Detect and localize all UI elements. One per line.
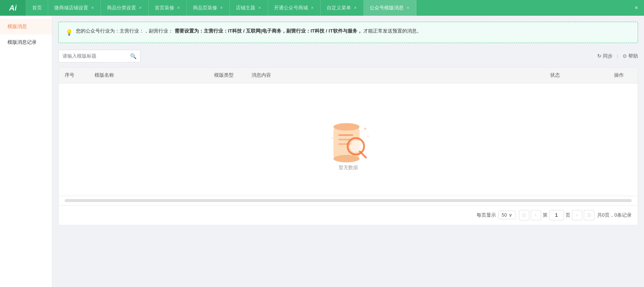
page-label-after: 页 xyxy=(566,212,570,219)
tab-custom-menu-close[interactable]: × xyxy=(353,5,357,10)
tab-home-decor-label: 首页装修 xyxy=(155,4,174,11)
help-icon: ⊙ xyxy=(623,53,627,59)
svg-point-11 xyxy=(367,135,369,137)
page-controls: ⟨⟨ ‹ 第 页 › ⟩⟩ xyxy=(519,210,594,220)
svg-point-12 xyxy=(332,137,333,139)
per-page-label: 每页显示 xyxy=(477,212,496,219)
notice-text: 您的公众号行业为：主营行业：，副营行业： 需要设置为：主营行业：IT科技 / 互… xyxy=(76,27,422,35)
empty-text: 暂无数据 xyxy=(339,164,358,171)
tab-home-label: 首页 xyxy=(32,4,42,11)
search-input[interactable] xyxy=(62,53,130,59)
page-last-button[interactable]: ⟩⟩ xyxy=(584,210,594,220)
tab-template-message[interactable]: 公众号模版消息 × xyxy=(364,0,416,16)
toolbar: 🔍 ↻ 同步 | ⊙ 帮助 xyxy=(58,50,638,62)
tab-open-wechat-shop[interactable]: 开通公众号商城 × xyxy=(268,0,321,16)
scroll-track[interactable] xyxy=(65,199,632,202)
page-label-before: 第 xyxy=(543,212,548,219)
tab-open-wechat-shop-close[interactable]: × xyxy=(310,5,314,10)
th-type: 模版类型 xyxy=(208,67,246,83)
page-next-button[interactable]: › xyxy=(572,210,582,220)
table-header: 序号 模版名称 模版类型 消息内容 状态 操作 xyxy=(59,67,638,83)
tab-product-page-decor[interactable]: 商品页装修 × xyxy=(187,0,230,16)
svg-point-9 xyxy=(350,140,362,152)
per-page-value: 50 xyxy=(502,212,507,218)
tab-product-category-label: 商品分类设置 xyxy=(107,4,136,11)
th-status: 状态 xyxy=(544,67,600,83)
chevron-down-icon: ∨ xyxy=(509,212,512,218)
sync-icon: ↻ xyxy=(597,53,601,59)
svg-rect-4 xyxy=(338,134,353,136)
help-label: 帮助 xyxy=(628,53,638,59)
sidebar-item-template-message-record-label: 模版消息记录 xyxy=(7,39,37,45)
tab-home-decor[interactable]: 首页装修 × xyxy=(149,0,187,16)
sidebar-item-template-message-record[interactable]: 模版消息记录 xyxy=(0,34,52,50)
empty-state: 暂无数据 xyxy=(59,83,638,196)
page-number-input[interactable] xyxy=(549,210,564,220)
notice-text-before: 您的公众号行业为：主营行业：，副营行业： xyxy=(76,28,173,34)
global-close-button[interactable]: × xyxy=(629,4,644,11)
search-icon[interactable]: 🔍 xyxy=(130,53,136,59)
notice-box: 💡 您的公众号行业为：主营行业：，副营行业： 需要设置为：主营行业：IT科技 /… xyxy=(58,22,638,43)
tab-product-category-close[interactable]: × xyxy=(138,5,142,10)
tab-micro-shop-close[interactable]: × xyxy=(90,5,95,10)
per-page-select: 每页显示 50 ∨ xyxy=(477,211,515,219)
notice-highlight: 需要设置为：主营行业：IT科技 / 互联网|电子商务，副营行业：IT科技 / I… xyxy=(175,28,362,34)
search-box[interactable]: 🔍 xyxy=(58,50,141,62)
tab-home-decor-close[interactable]: × xyxy=(176,5,181,10)
svg-point-3 xyxy=(333,155,360,162)
th-name: 模版名称 xyxy=(89,67,208,83)
page-first-button[interactable]: ⟨⟨ xyxy=(519,210,529,220)
svg-rect-5 xyxy=(338,139,350,140)
data-table: 序号 模版名称 模版类型 消息内容 状态 操作 xyxy=(58,67,638,225)
th-action: 操作 xyxy=(600,67,638,83)
main-layout: 模版消息 模版消息记录 💡 您的公众号行业为：主营行业：，副营行业： 需要设置为… xyxy=(0,16,644,287)
sidebar-item-template-message-label: 模版消息 xyxy=(7,24,27,29)
tab-template-message-close[interactable]: × xyxy=(406,5,410,10)
svg-point-2 xyxy=(333,123,360,131)
sync-button[interactable]: ↻ 同步 xyxy=(597,53,613,59)
toolbar-right: ↻ 同步 | ⊙ 帮助 xyxy=(597,53,638,59)
tab-open-wechat-shop-label: 开通公众号商城 xyxy=(274,4,308,11)
svg-point-10 xyxy=(364,128,366,130)
notice-icon: 💡 xyxy=(65,28,73,37)
tab-shop-theme-close[interactable]: × xyxy=(258,5,262,10)
sync-label: 同步 xyxy=(603,53,613,59)
notice-text-after: 才能正常发送预置的消息。 xyxy=(363,28,422,34)
tab-custom-menu[interactable]: 自定义菜单 × xyxy=(321,0,364,16)
tab-micro-shop[interactable]: 微商城店铺设置 × xyxy=(48,0,101,16)
svg-rect-6 xyxy=(338,143,352,145)
app-logo: Ai xyxy=(0,0,26,16)
sidebar: 模版消息 模版消息记录 xyxy=(0,16,52,287)
tab-product-category[interactable]: 商品分类设置 × xyxy=(101,0,149,16)
th-seq: 序号 xyxy=(59,67,89,83)
toolbar-divider: | xyxy=(617,53,618,59)
per-page-dropdown[interactable]: 50 ∨ xyxy=(498,211,515,219)
help-button[interactable]: ⊙ 帮助 xyxy=(623,53,638,59)
tab-product-page-decor-label: 商品页装修 xyxy=(193,4,217,11)
tab-shop-theme-label: 店铺主题 xyxy=(236,4,255,11)
th-content: 消息内容 xyxy=(246,67,544,83)
pagination: 每页显示 50 ∨ ⟨⟨ ‹ 第 页 › ⟩⟩ 共0页，0条记录 xyxy=(59,205,638,225)
tab-micro-shop-label: 微商城店铺设置 xyxy=(54,4,88,11)
page-summary: 共0页，0条记录 xyxy=(597,212,632,219)
empty-illustration xyxy=(324,116,373,164)
tab-shop-theme[interactable]: 店铺主题 × xyxy=(230,0,268,16)
tab-bar: Ai 首页 微商城店铺设置 × 商品分类设置 × 首页装修 × 商品页装修 × … xyxy=(0,0,644,16)
scrollbar-area xyxy=(59,196,638,205)
tab-product-page-decor-close[interactable]: × xyxy=(219,5,224,10)
sidebar-item-template-message[interactable]: 模版消息 xyxy=(0,19,52,34)
page-prev-button[interactable]: ‹ xyxy=(531,210,541,220)
tab-home[interactable]: 首页 xyxy=(26,0,48,16)
tab-custom-menu-label: 自定义菜单 xyxy=(327,4,351,11)
tab-template-message-label: 公众号模版消息 xyxy=(370,4,404,11)
content-area: 💡 您的公众号行业为：主营行业：，副营行业： 需要设置为：主营行业：IT科技 /… xyxy=(52,16,644,287)
